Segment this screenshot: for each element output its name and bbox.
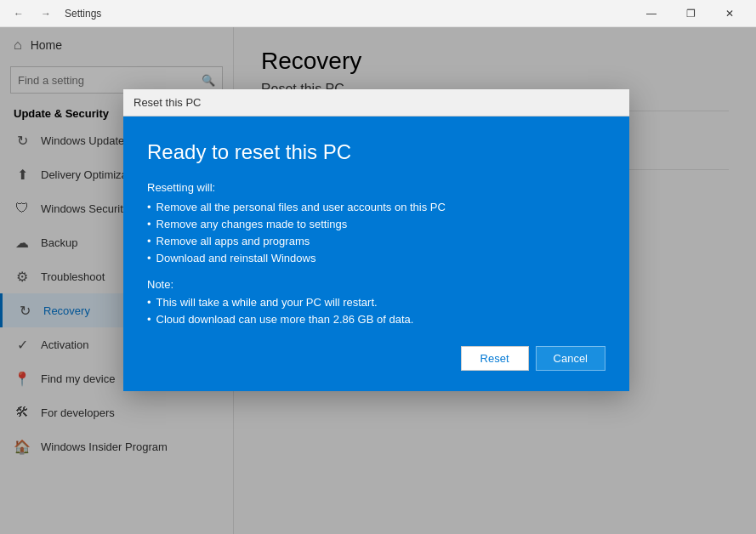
app-title: Settings [65, 8, 101, 20]
minimize-button[interactable]: — [632, 0, 671, 27]
list-item: Remove all the personal files and user a… [147, 201, 605, 213]
title-bar: ← → Settings — ❐ ✕ [0, 0, 756, 27]
back-button[interactable]: ← [7, 2, 31, 26]
list-item: This will take a while and your PC will … [147, 296, 605, 309]
note-list: This will take a while and your PC will … [147, 296, 605, 326]
dialog-buttons: Reset Cancel [147, 346, 605, 371]
list-item: Remove any changes made to settings [147, 218, 605, 230]
dialog-heading: Ready to reset this PC [147, 140, 605, 164]
title-bar-controls: — ❐ ✕ [632, 0, 749, 27]
list-item: Remove all apps and programs [147, 235, 605, 247]
title-bar-left: ← → Settings [7, 2, 101, 26]
dialog-titlebar: Reset this PC [123, 89, 629, 116]
note-label: Note: [147, 278, 605, 291]
maximize-button[interactable]: ❐ [671, 0, 710, 27]
cancel-button[interactable]: Cancel [536, 346, 605, 371]
reset-dialog: Reset this PC Ready to reset this PC Res… [123, 89, 629, 391]
forward-button[interactable]: → [34, 2, 58, 26]
list-item: Download and reinstall Windows [147, 252, 605, 264]
reset-button[interactable]: Reset [461, 346, 529, 371]
resetting-will-label: Resetting will: [147, 181, 605, 194]
title-bar-nav: ← → [7, 2, 58, 26]
list-item: Cloud download can use more than 2.86 GB… [147, 313, 605, 326]
close-button[interactable]: ✕ [710, 0, 749, 27]
dialog-body: Ready to reset this PC Resetting will: R… [123, 116, 629, 391]
resetting-will-list: Remove all the personal files and user a… [147, 201, 605, 264]
